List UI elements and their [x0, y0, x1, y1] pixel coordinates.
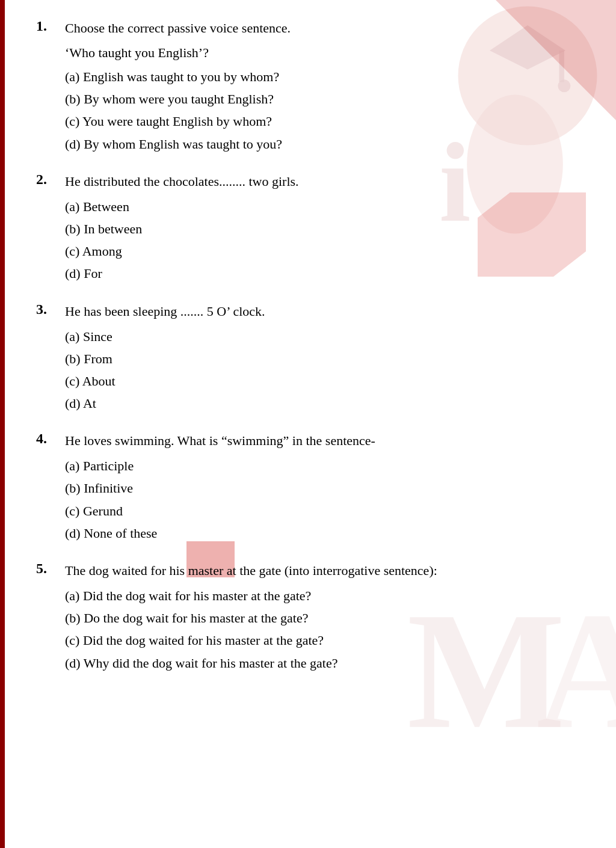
q5-option-d: (d) Why did the dog wait for his master …	[65, 653, 580, 674]
q4-number: 4.	[36, 431, 65, 447]
q4-option-a: (a) Participle	[65, 455, 580, 476]
q3-text: He has been sleeping ....... 5 O’ clock.	[65, 301, 265, 321]
q1-subtext: ‘Who taught you English’?	[65, 43, 580, 63]
q4-option-d: (d) None of these	[65, 523, 580, 544]
question-5: 5. The dog waited for his master at the …	[36, 561, 580, 674]
q2-option-a: (a) Between	[65, 196, 580, 217]
q4-options: (a) Participle (b) Infinitive (c) Gerund…	[65, 455, 580, 544]
q3-option-c: (c) About	[65, 370, 580, 392]
question-3: 3. He has been sleeping ....... 5 O’ clo…	[36, 301, 580, 414]
q2-option-c: (c) Among	[65, 241, 580, 262]
question-4: 4. He loves swimming. What is “swimming”…	[36, 431, 580, 544]
q1-option-c: (c) You were taught English by whom?	[65, 111, 580, 132]
q3-option-d: (d) At	[65, 393, 580, 414]
q2-text: He distributed the chocolates........ tw…	[65, 171, 299, 191]
q5-option-b: (b) Do the dog wait for his master at th…	[65, 607, 580, 628]
q1-number: 1.	[36, 18, 65, 34]
question-2: 2. He distributed the chocolates........…	[36, 171, 580, 284]
q1-option-a: (a) English was taught to you by whom?	[65, 66, 580, 87]
q5-option-c: (c) Did the dog waited for his master at…	[65, 630, 580, 651]
q3-option-a: (a) Since	[65, 326, 580, 347]
q4-text: He loves swimming. What is “swimming” in…	[65, 431, 375, 450]
question-1: 1. Choose the correct passive voice sent…	[36, 18, 580, 155]
q4-option-b: (b) Infinitive	[65, 478, 580, 499]
left-border-decoration	[0, 0, 5, 848]
q5-text: The dog waited for his master at the gat…	[65, 561, 437, 580]
q5-options: (a) Did the dog wait for his master at t…	[65, 585, 580, 674]
main-content: 1. Choose the correct passive voice sent…	[36, 18, 580, 674]
q1-options: (a) English was taught to you by whom? (…	[65, 66, 580, 155]
q3-option-b: (b) From	[65, 348, 580, 369]
q1-option-b: (b) By whom were you taught English?	[65, 88, 580, 109]
q1-text: Choose the correct passive voice sentenc…	[65, 18, 291, 38]
q5-option-a: (a) Did the dog wait for his master at t…	[65, 585, 580, 606]
q5-number: 5.	[36, 561, 65, 577]
q3-options: (a) Since (b) From (c) About (d) At	[65, 326, 580, 414]
q2-option-d: (d) For	[65, 263, 580, 284]
q2-number: 2.	[36, 171, 65, 188]
q1-option-d: (d) By whom English was taught to you?	[65, 134, 580, 155]
q2-options: (a) Between (b) In between (c) Among (d)…	[65, 196, 580, 284]
q2-option-b: (b) In between	[65, 218, 580, 239]
q3-number: 3.	[36, 301, 65, 318]
q4-option-c: (c) Gerund	[65, 500, 580, 521]
